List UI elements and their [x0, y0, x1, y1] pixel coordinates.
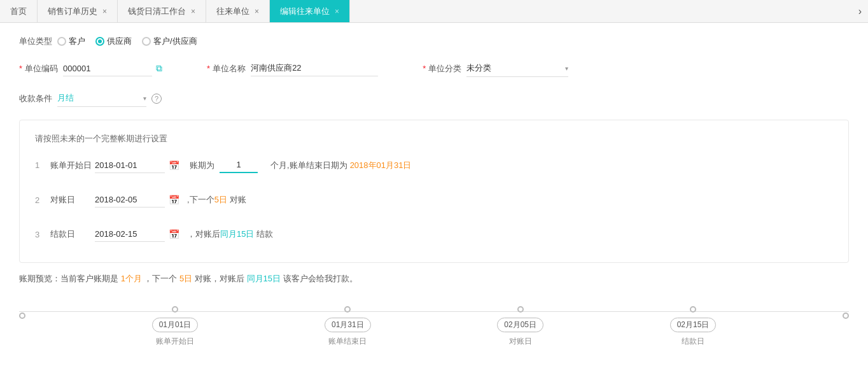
row-num-1: 1 [35, 160, 50, 170]
required-star-category: * [423, 64, 426, 73]
unit-type-row: 单位类型 客户 供应商 客户/供应商 [19, 36, 849, 47]
timeline-node-2: 01月31日 账单结束日 [325, 306, 371, 347]
row-num-3: 3 [35, 230, 50, 239]
tab-partner[interactable]: 往来单位 × [206, 0, 270, 22]
unit-type-label: 单位类型 [19, 36, 52, 47]
unit-code-label: 单位编码 [25, 63, 58, 74]
payment-dropdown-arrow: ▾ [143, 95, 146, 102]
main-content: 单位类型 客户 供应商 客户/供应商 * 单位编码 00000 [0, 23, 868, 387]
unit-category-arrow: ▾ [565, 65, 568, 72]
tl-dot-2 [344, 306, 351, 313]
row-label-3: 结款日 [50, 229, 95, 240]
tl-dot-1 [172, 306, 178, 313]
tab-home[interactable]: 首页 [0, 0, 38, 22]
radio-supplier-label: 供应商 [107, 36, 132, 47]
preview-part5: 同月15日 [247, 274, 281, 283]
preview-label: 账期预览：当前客户账期是 [19, 274, 118, 283]
tl-dot-4 [690, 306, 696, 313]
date-input-2[interactable]: 2018-02-05 [95, 192, 165, 208]
radio-both-circle [142, 37, 151, 46]
calendar-icon-2[interactable]: 📅 [169, 195, 179, 205]
tl-desc-2: 账单结束日 [328, 336, 367, 347]
data-row-1: 1 账单开始日 2018-01-01 📅 账期为 1 个月,账单结束日期为 20… [35, 157, 833, 173]
radio-customer[interactable]: 客户 [57, 36, 85, 47]
unit-category-label: 单位分类 [428, 63, 461, 74]
tab-cashier[interactable]: 钱货日清工作台 × [118, 0, 206, 22]
tab-edit-partner[interactable]: 编辑往来单位 × [270, 0, 350, 22]
period-input[interactable]: 1 [220, 157, 258, 173]
radio-customer-circle [57, 37, 66, 46]
section-box: 请按照未来的一个完整帐期进行设置 1 账单开始日 2018-01-01 📅 账期… [19, 120, 849, 263]
tl-badge-2: 01月31日 [325, 318, 371, 332]
preview-part2: ，下一个 [144, 274, 177, 283]
data-row-3: 3 结款日 2018-02-15 📅 ，对账后 同月15日 结款 [35, 227, 833, 242]
timeline-node-3: 02月05日 对账日 [497, 306, 543, 347]
preview-part1: 1个月 [121, 274, 142, 283]
close-sales-history[interactable]: × [102, 7, 107, 16]
row-label-1: 账单开始日 [50, 160, 95, 171]
payment-value: 月结 [57, 92, 139, 104]
preview-part4: 对账，对账后 [195, 274, 244, 283]
tl-badge-4: 02月15日 [670, 318, 717, 332]
required-star-name: * [207, 64, 210, 73]
help-icon[interactable]: ? [151, 94, 162, 104]
close-edit-partner[interactable]: × [335, 7, 339, 16]
row-label-2: 对账日 [50, 194, 95, 206]
tab-sales-history[interactable]: 销售订单历史 × [38, 0, 118, 22]
payment-dropdown[interactable]: 月结 ▾ [57, 90, 146, 107]
tl-badge-3: 02月05日 [497, 318, 543, 332]
row-highlight-2: 5日 [214, 194, 227, 206]
tl-desc-3: 对账日 [509, 336, 532, 347]
section-instruction: 请按照未来的一个完整帐期进行设置 [35, 133, 833, 144]
close-partner[interactable]: × [255, 7, 259, 16]
radio-both[interactable]: 客户/供应商 [142, 36, 197, 47]
unit-name-group: * 单位名称 河南供应商22 [207, 61, 378, 76]
tl-desc-1: 账单开始日 [156, 336, 194, 347]
unit-category-dropdown[interactable]: 未分类 ▾ [466, 60, 568, 77]
tab-more-button[interactable]: › [852, 6, 868, 17]
required-star-code: * [19, 64, 22, 73]
timeline-end-dot [843, 313, 849, 319]
unit-category-value: 未分类 [466, 62, 561, 74]
row-desc-1-suffix: 个月,账单结束日期为 [270, 160, 347, 171]
radio-supplier-circle [95, 37, 104, 46]
preview-part3: 5日 [179, 274, 192, 283]
row-desc-2-suffix: 对账 [230, 194, 246, 206]
tl-badge-1: 01月01日 [152, 318, 199, 332]
data-row-2: 2 对账日 2018-02-05 📅 ,下一个 5日 对账 [35, 192, 833, 208]
timeline-items: 01月01日 账单开始日 01月31日 账单结束日 02月05日 对账日 [19, 306, 849, 347]
row-desc-1-mid: 账期为 [190, 160, 214, 171]
row-num-2: 2 [35, 195, 50, 205]
payment-row: 收款条件 月结 ▾ ? [19, 90, 849, 107]
radio-supplier[interactable]: 供应商 [95, 36, 132, 47]
unit-code-copy-icon[interactable]: ⧉ [156, 63, 162, 74]
date-input-3[interactable]: 2018-02-15 [95, 227, 165, 242]
payment-label: 收款条件 [19, 93, 52, 104]
tl-desc-4: 结款日 [682, 336, 704, 347]
preview-part6: 该客户会给我打款。 [283, 274, 358, 283]
calendar-icon-1[interactable]: 📅 [169, 160, 179, 171]
radio-both-label: 客户/供应商 [153, 36, 197, 47]
unit-code-input[interactable]: 000001 [63, 61, 152, 76]
tl-dot-3 [517, 306, 524, 313]
radio-customer-label: 客户 [69, 36, 85, 47]
unit-name-label: 单位名称 [213, 63, 246, 74]
unit-code-group: * 单位编码 000001 ⧉ [19, 61, 162, 76]
unit-info-row: * 单位编码 000001 ⧉ * 单位名称 河南供应商22 * 单位分类 未分… [19, 60, 849, 77]
preview-section: 账期预览：当前客户账期是 1个月 ，下一个 5日 对账，对账后 同月15日 该客… [19, 273, 849, 285]
unit-name-input[interactable]: 河南供应商22 [251, 61, 378, 76]
row-desc-3-prefix: ，对账后 [187, 229, 220, 240]
timeline-start-dot [19, 313, 25, 319]
tab-bar: 首页 销售订单历史 × 钱货日清工作台 × 往来单位 × 编辑往来单位 × › [0, 0, 868, 23]
calendar-icon-3[interactable]: 📅 [169, 229, 179, 239]
timeline: 01月01日 账单开始日 01月31日 账单结束日 02月05日 对账日 [19, 300, 849, 366]
radio-group: 客户 供应商 客户/供应商 [57, 36, 197, 47]
payment-group: 收款条件 月结 ▾ ? [19, 90, 162, 107]
date-input-1[interactable]: 2018-01-01 [95, 158, 165, 173]
row-desc-3-suffix: 结款 [256, 229, 273, 240]
row-highlight-3: 同月15日 [220, 229, 254, 240]
unit-category-group: * 单位分类 未分类 ▾ [423, 60, 568, 77]
timeline-node-1: 01月01日 账单开始日 [152, 306, 199, 347]
close-cashier[interactable]: × [191, 7, 195, 16]
unit-type-group: 单位类型 客户 供应商 客户/供应商 [19, 36, 197, 47]
